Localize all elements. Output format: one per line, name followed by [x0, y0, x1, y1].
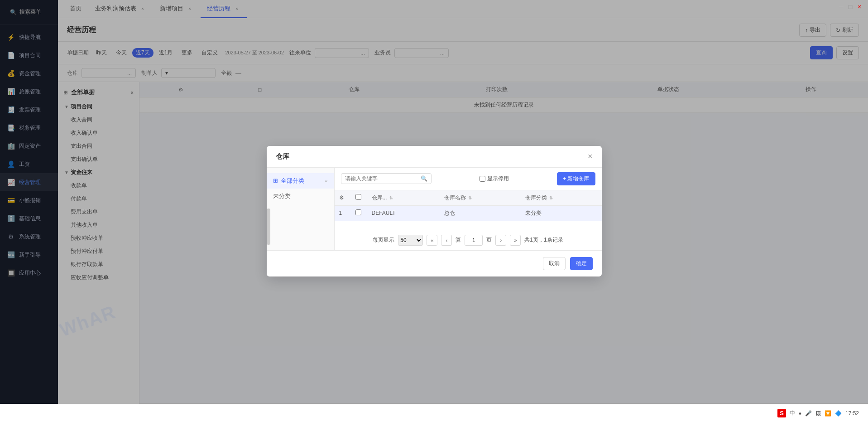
modal-sidebar-all-label: 全部分类: [281, 177, 304, 185]
modal-search-icon[interactable]: 🔍: [421, 175, 427, 182]
sidebar-collapse-btn[interactable]: «: [325, 178, 327, 184]
row-code: DEFAULT: [367, 205, 440, 221]
th-category-label: 仓库分类: [525, 194, 547, 201]
modal: 仓库 × ⊞ 全部分类 « 未分类: [267, 146, 602, 276]
modal-sidebar-all-category[interactable]: ⊞ 全部分类 «: [267, 173, 334, 189]
modal-search-input[interactable]: [345, 175, 419, 182]
modal-th-category: 仓库分类 ⇅: [521, 190, 602, 206]
modal-per-page-select[interactable]: 50: [398, 235, 423, 246]
show-disabled-label[interactable]: 显示停用: [480, 175, 509, 183]
modal-table-wrapper: ⚙ 仓库... ⇅ 仓库名称: [335, 190, 602, 230]
taskbar-shape-icon: 🔷: [835, 410, 842, 417]
modal-overlay: 仓库 × ⊞ 全部分类 « 未分类: [0, 0, 868, 422]
window-minimize-btn[interactable]: ─: [837, 3, 845, 11]
taskbar-s-icon: S: [777, 409, 786, 417]
modal-page-last[interactable]: »: [510, 235, 521, 246]
modal-select-all-checkbox[interactable]: [355, 194, 361, 200]
th-name-label: 仓库名称: [444, 194, 466, 201]
th-code-label: 仓库...: [372, 194, 387, 201]
settings-col-icon: ⚙: [339, 194, 344, 201]
show-disabled-checkbox[interactable]: [480, 176, 485, 182]
modal-toolbar: 🔍 显示停用 + 新增仓库: [335, 168, 602, 190]
taskbar-time: 17:52: [845, 410, 859, 417]
modal-actions: 取消 确定: [267, 250, 602, 276]
modal-sidebar-scroll: [267, 209, 334, 245]
show-disabled-text: 显示停用: [487, 175, 509, 183]
sort-category-icon[interactable]: ⇅: [549, 195, 553, 200]
modal-title: 仓库: [276, 152, 289, 161]
row-settings: 1: [335, 205, 351, 221]
modal-page-prev[interactable]: ‹: [441, 235, 452, 246]
row-select-checkbox[interactable]: [355, 209, 361, 215]
modal-search-box: 🔍: [341, 173, 432, 184]
modal-close-button[interactable]: ×: [588, 152, 593, 160]
taskbar-mic-icon: 🎤: [805, 410, 812, 417]
modal-th-code: 仓库... ⇅: [367, 190, 440, 206]
window-maximize-btn[interactable]: □: [846, 3, 854, 11]
modal-table: ⚙ 仓库... ⇅ 仓库名称: [335, 190, 602, 221]
modal-page-label: 页: [486, 236, 492, 244]
modal-per-page-label: 每页显示: [373, 236, 394, 244]
window-close-btn[interactable]: ×: [855, 3, 863, 11]
taskbar-down-icon: 🔽: [825, 410, 831, 417]
modal-th-settings[interactable]: ⚙: [335, 190, 351, 206]
add-warehouse-button[interactable]: + 新增仓库: [557, 172, 595, 185]
taskbar: S 中 ♦ 🎤 🖼 🔽 🔷 17:52: [0, 404, 868, 422]
modal-header: 仓库 ×: [267, 146, 602, 168]
modal-main-content: 🔍 显示停用 + 新增仓库 ⚙: [335, 168, 602, 250]
modal-inner-pagination: 每页显示 50 « ‹ 算 页 › » 共1页，1条记录: [335, 230, 602, 250]
modal-page-first[interactable]: «: [427, 235, 437, 246]
modal-sidebar-uncategorized-label: 未分类: [273, 192, 291, 200]
row-category: 未分类: [521, 205, 602, 221]
modal-page-input[interactable]: [465, 235, 483, 246]
scrollbar[interactable]: [267, 209, 270, 245]
modal-total-label: 共1页，1条记录: [524, 236, 563, 244]
modal-page-num-label: 算: [456, 236, 461, 244]
taskbar-icons: S 中 ♦ 🎤 🖼 🔽 🔷 17:52: [777, 409, 859, 417]
scrollbar-thumb: [267, 209, 270, 245]
modal-sidebar: ⊞ 全部分类 « 未分类: [267, 168, 335, 250]
sort-code-icon[interactable]: ⇅: [389, 195, 393, 200]
taskbar-img-icon: 🖼: [815, 410, 821, 417]
row-checkbox[interactable]: [351, 205, 367, 221]
modal-sidebar-uncategorized[interactable]: 未分类: [267, 189, 334, 204]
row-name: 总仓: [440, 205, 521, 221]
sort-name-icon[interactable]: ⇅: [468, 195, 472, 200]
modal-th-name: 仓库名称 ⇅: [440, 190, 521, 206]
modal-body: ⊞ 全部分类 « 未分类: [267, 168, 602, 250]
window-controls: ─ □ ×: [833, 0, 868, 14]
taskbar-ime-icon: 中: [790, 409, 795, 417]
grid-icon-modal: ⊞: [273, 177, 278, 184]
modal-cancel-button[interactable]: 取消: [543, 257, 566, 270]
modal-page-next[interactable]: ›: [495, 235, 506, 246]
taskbar-gem-icon: ♦: [799, 410, 801, 417]
modal-table-row[interactable]: 1 DEFAULT 总仓 未分类: [335, 205, 602, 221]
modal-confirm-button[interactable]: 确定: [570, 257, 593, 270]
modal-th-checkbox[interactable]: [351, 190, 367, 206]
